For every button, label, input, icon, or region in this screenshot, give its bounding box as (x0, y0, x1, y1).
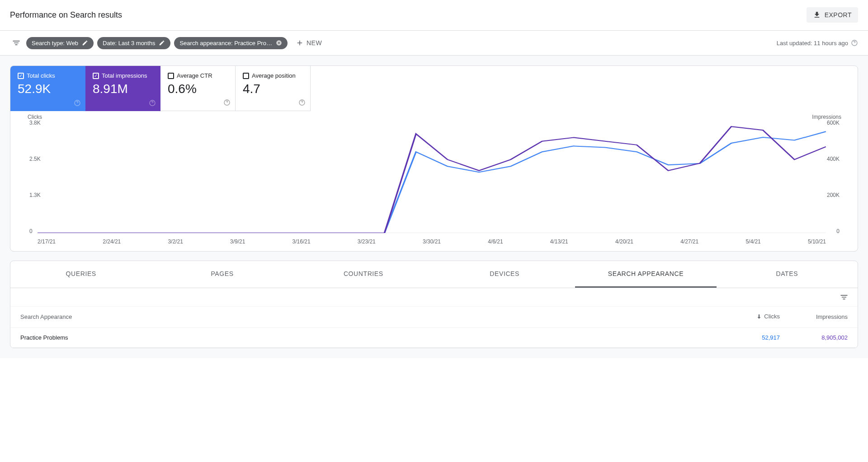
row-name: Practice Problems (20, 334, 712, 341)
plus-icon (296, 39, 304, 47)
tab-dates[interactable]: DATES (717, 261, 858, 288)
last-updated: Last updated: 11 hours ago (777, 39, 858, 47)
download-icon (813, 11, 821, 19)
sort-desc-icon (756, 313, 762, 320)
table-row[interactable]: Practice Problems 52,917 8,905,002 (10, 328, 858, 348)
tab-pages[interactable]: PAGES (151, 261, 292, 288)
close-icon[interactable] (276, 40, 282, 46)
checkbox-icon (18, 73, 24, 79)
tab-devices[interactable]: DEVICES (434, 261, 575, 288)
export-label: EXPORT (825, 11, 852, 19)
metric-value: 52.9K (18, 82, 78, 96)
chip-label: Search appearance: Practice Pro… (179, 40, 272, 47)
chip-label: Search type: Web (32, 40, 78, 47)
xtick: 3/9/21 (230, 238, 245, 245)
checkbox-icon (168, 73, 174, 79)
pencil-icon (159, 40, 165, 46)
tab-search-appearance[interactable]: SEARCH APPEARANCE (575, 261, 716, 288)
col-header-impressions[interactable]: Impressions (780, 313, 848, 320)
ytick-right: 600K (827, 120, 840, 126)
xtick: 3/23/21 (358, 238, 376, 245)
xtick: 3/2/21 (168, 238, 183, 245)
ytick-right: 200K (827, 192, 840, 198)
metric-card-2[interactable]: Average CTR 0.6% (160, 66, 236, 111)
table-filter-icon[interactable] (840, 293, 849, 302)
checkbox-icon (93, 73, 99, 79)
chip-search-type[interactable]: Search type: Web (26, 37, 94, 49)
xtick: 3/16/21 (292, 238, 311, 245)
last-updated-text: Last updated: 11 hours ago (777, 40, 848, 47)
pencil-icon (82, 40, 88, 46)
ytick-left: 0 (29, 228, 33, 234)
xtick: 4/20/21 (615, 238, 633, 245)
chip-label: Date: Last 3 months (103, 40, 155, 47)
new-filter-button[interactable]: NEW (291, 36, 326, 50)
metric-card-0[interactable]: Total clicks 52.9K (10, 66, 85, 111)
axis-label-clicks: Clicks (28, 114, 42, 120)
tabs: QUERIESPAGESCOUNTRIESDEVICESSEARCH APPEA… (10, 261, 858, 288)
metric-label: Average position (252, 72, 296, 79)
help-icon[interactable] (298, 99, 306, 106)
row-impressions: 8,905,002 (780, 334, 848, 341)
ytick-right: 0 (836, 228, 840, 234)
metric-label: Total clicks (27, 72, 55, 79)
tab-countries[interactable]: COUNTRIES (293, 261, 434, 288)
metric-value: 8.91M (93, 82, 153, 96)
help-icon[interactable] (851, 39, 858, 47)
metric-value: 4.7 (243, 82, 303, 96)
chip-date[interactable]: Date: Last 3 months (97, 37, 170, 49)
metric-label: Average CTR (177, 72, 212, 79)
x-axis: 2/17/212/24/213/2/213/9/213/16/213/23/21… (38, 238, 826, 245)
chart-card: Total clicks 52.9K Total impressions 8.9… (10, 65, 858, 252)
help-icon[interactable] (149, 99, 156, 107)
metric-value: 0.6% (168, 82, 228, 96)
table-card: QUERIESPAGESCOUNTRIESDEVICESSEARCH APPEA… (10, 261, 858, 348)
chart-area: Clicks Impressions 3.8K2.5K1.3K0 600K400… (10, 111, 858, 251)
checkbox-icon (243, 73, 249, 79)
metric-row: Total clicks 52.9K Total impressions 8.9… (10, 66, 858, 111)
chip-search-appearance[interactable]: Search appearance: Practice Pro… (174, 37, 288, 49)
xtick: 5/4/21 (745, 238, 760, 245)
xtick: 3/30/21 (423, 238, 441, 245)
col-header-name[interactable]: Search Appearance (20, 313, 712, 320)
ytick-right: 400K (827, 156, 840, 162)
metric-card-3[interactable]: Average position 4.7 (236, 66, 311, 111)
xtick: 4/13/21 (550, 238, 568, 245)
help-icon[interactable] (74, 99, 81, 107)
table-header: Search Appearance Clicks Impressions (10, 307, 858, 328)
help-icon[interactable] (223, 99, 231, 106)
xtick: 5/10/21 (808, 238, 826, 245)
chart-plot[interactable] (38, 123, 826, 233)
filter-icon[interactable] (10, 37, 23, 49)
axis-label-impressions: Impressions (812, 114, 841, 120)
metric-card-1[interactable]: Total impressions 8.91M (85, 66, 160, 111)
xtick: 2/17/21 (38, 238, 56, 245)
export-button[interactable]: EXPORT (807, 7, 858, 23)
tab-queries[interactable]: QUERIES (10, 261, 151, 288)
col-header-clicks[interactable]: Clicks (712, 313, 780, 321)
xtick: 2/24/21 (103, 238, 121, 245)
xtick: 4/6/21 (488, 238, 503, 245)
page-title: Performance on Search results (10, 10, 122, 20)
row-clicks: 52,917 (712, 334, 780, 341)
metric-label: Total impressions (102, 72, 147, 79)
new-label: NEW (307, 39, 322, 47)
xtick: 4/27/21 (680, 238, 698, 245)
